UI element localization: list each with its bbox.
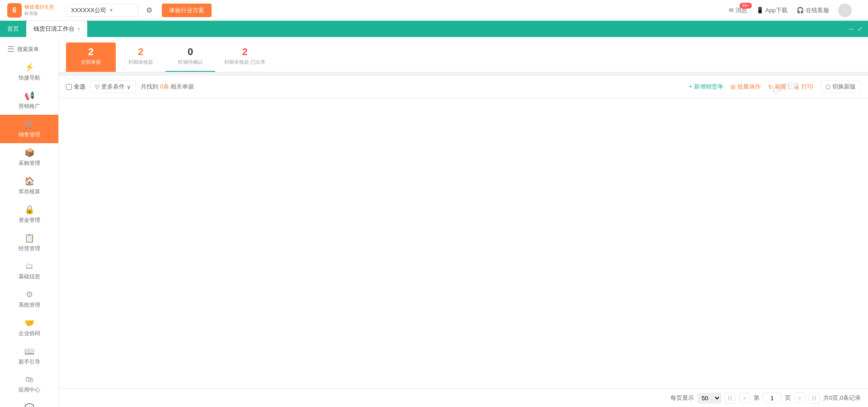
select-all-input[interactable]: [66, 84, 72, 90]
add-sales-order-button[interactable]: + 新增销货单: [689, 83, 723, 91]
sidebar-item-inventory[interactable]: 🏠 库存核算: [0, 172, 58, 200]
tab-close-icon[interactable]: ×: [77, 26, 80, 32]
logo-badge: 标准版: [24, 10, 54, 17]
prev-page-button[interactable]: ＜: [739, 393, 750, 403]
avatar[interactable]: [838, 4, 852, 17]
enterprise-icon: 🤝: [24, 318, 34, 328]
refresh-label: 刷新: [775, 83, 787, 91]
inventory-icon: 🏠: [24, 176, 34, 186]
system-label: 系统管理: [19, 301, 40, 309]
logo-area: 6 畅捷通好生意 标准版: [7, 3, 66, 18]
sidebar-item-sales[interactable]: 🛒 销售管理: [0, 115, 58, 143]
found-count: 0条: [160, 83, 169, 90]
stats-tabs: 2 全部单据 2 到期未收款 0 旺辅待确认 2 到期未收款 已出库: [59, 37, 868, 72]
sidebar-item-wechat[interactable]: 💬 企业微信: [0, 398, 58, 407]
app-download-button[interactable]: 📱 App下载: [756, 6, 788, 14]
trial-button[interactable]: 体验行业方案: [162, 4, 212, 17]
stat-number-wangfu: 0: [175, 46, 206, 58]
system-icon: ⚙: [26, 290, 33, 299]
batch-operation-button[interactable]: ⊞ 批量操作: [731, 83, 761, 91]
batch-label: 批量操作: [737, 83, 761, 91]
main-layout: ☰ 搜索菜单 ⚡ 快捷导航 📢 营销推广 🛒 销售管理 📦 采购管理 🏠 库存核…: [0, 37, 868, 407]
quick-nav-icon: ⚡: [24, 62, 34, 72]
minimize-icon[interactable]: ─: [849, 25, 854, 33]
sidebar-item-enterprise[interactable]: 🤝 企业协同: [0, 313, 58, 342]
sidebar: ☰ 搜索菜单 ⚡ 快捷导航 📢 营销推广 🛒 销售管理 📦 采购管理 🏠 库存核…: [0, 37, 59, 407]
content-area: 2 全部单据 2 到期未收款 0 旺辅待确认 2 到期未收款 已出库 全选: [59, 37, 868, 407]
chevron-down-icon: ▼: [109, 8, 113, 13]
page-size-select[interactable]: 50 100 200: [698, 393, 721, 403]
print-button[interactable]: 🖨 打印: [794, 83, 813, 91]
page-of-label: 页: [785, 394, 791, 402]
total-info: 共0页,0条记录: [823, 394, 861, 402]
sidebar-item-apps[interactable]: 🛍 应用中心: [0, 370, 58, 398]
filter-chevron-icon: ∨: [127, 84, 131, 90]
sidebar-item-purchase[interactable]: 📦 采购管理: [0, 143, 58, 172]
home-tab-label: 首页: [7, 25, 19, 33]
finance-icon: 🔒: [24, 205, 34, 215]
message-button[interactable]: ✉ 消息 99+: [729, 6, 747, 14]
stat-tab-wangfu[interactable]: 0 旺辅待确认: [165, 42, 215, 72]
refresh-icon: ↻: [768, 84, 773, 90]
page-label: 第: [754, 394, 760, 402]
found-suffix: 相关单据: [170, 83, 194, 90]
pagination-bar: 每页显示 50 100 200 ⟨⟨ ＜ 第 页 ＞ ⟩⟩ 共0页,0条记录: [59, 388, 868, 407]
tab-actions: ─ ⤢: [849, 25, 868, 33]
sidebar-item-operations[interactable]: 📋 经营管理: [0, 229, 58, 257]
app-download-icon: 📱: [756, 7, 764, 14]
sidebar-item-basics[interactable]: 🗂 基础信息: [0, 257, 58, 285]
top-header: 6 畅捷通好生意 标准版 XXXXXX公司 ▼ ⚙ 体验行业方案 ✉ 消息 99…: [0, 0, 868, 21]
sidebar-item-quick-nav[interactable]: ⚡ 快捷导航: [0, 58, 58, 86]
quick-nav-label: 快捷导航: [19, 74, 40, 82]
guide-icon: 📖: [24, 346, 34, 356]
toolbar-right: + 新增销货单 ⊞ 批量操作 ↻ 刷新 🖨 打印 ⬡ 切换新版: [689, 80, 861, 93]
operations-icon: 📋: [24, 233, 34, 243]
inventory-label: 库存核算: [19, 188, 40, 196]
stat-tab-overdue-shipped[interactable]: 2 到期未收款 已出库: [215, 42, 274, 72]
sidebar-item-system[interactable]: ⚙ 系统管理: [0, 285, 58, 313]
stat-number-all: 2: [75, 46, 107, 58]
company-selector[interactable]: XXXXXX公司 ▼: [66, 4, 138, 17]
active-tab-label: 钱货日清工作台: [33, 25, 75, 33]
stat-tab-overdue[interactable]: 2 到期未收款: [116, 42, 165, 72]
sidebar-item-finance[interactable]: 🔒 资金管理: [0, 200, 58, 229]
sidebar-item-marketing[interactable]: 📢 营销推广: [0, 86, 58, 115]
notification-badge: 99+: [740, 3, 752, 9]
found-text: 共找到 0条 相关单据: [141, 83, 194, 91]
print-label: 打印: [802, 83, 813, 91]
filter-label: 更多条件: [101, 83, 125, 91]
sidebar-item-search[interactable]: ☰ 搜索菜单: [0, 41, 58, 58]
tab-active[interactable]: 钱货日清工作台 ×: [26, 21, 87, 37]
batch-icon: ⊞: [731, 84, 736, 90]
purchase-label: 采购管理: [19, 159, 40, 167]
settings-icon: ⚙: [146, 6, 152, 14]
switch-version-button[interactable]: ⬡ 切换新版: [821, 80, 861, 93]
next-page-button[interactable]: ＞: [794, 393, 805, 403]
select-all-checkbox[interactable]: 全选: [66, 83, 85, 91]
tab-home[interactable]: 首页: [0, 21, 26, 37]
finance-label: 资金管理: [19, 216, 40, 224]
tab-bar: 首页 钱货日清工作台 × ─ ⤢: [0, 21, 868, 37]
marketing-label: 营销推广: [19, 103, 40, 110]
headset-icon: 🎧: [797, 7, 804, 14]
last-page-button[interactable]: ⟩⟩: [809, 393, 820, 403]
stat-number-overdue: 2: [125, 46, 156, 58]
apps-label: 应用中心: [19, 386, 40, 394]
stat-tab-all[interactable]: 2 全部单据: [66, 42, 116, 72]
page-input[interactable]: [763, 393, 781, 403]
select-all-label: 全选: [74, 83, 85, 91]
sidebar-item-guide[interactable]: 📖 新手引导: [0, 342, 58, 370]
basics-label: 基础信息: [19, 273, 40, 281]
filter-button[interactable]: ▽ 更多条件 ∨: [90, 80, 136, 93]
first-page-button[interactable]: ⟨⟨: [725, 393, 736, 403]
per-page-label: 每页显示: [670, 394, 694, 402]
company-name: XXXXXX公司: [71, 6, 106, 14]
sales-icon: 🛒: [24, 119, 34, 129]
maximize-icon[interactable]: ⤢: [857, 25, 863, 33]
operations-label: 经营管理: [19, 245, 40, 253]
refresh-button[interactable]: ↻ 刷新: [768, 83, 787, 91]
settings-icon-button[interactable]: ⚙: [142, 3, 156, 18]
switch-icon: ⬡: [826, 84, 830, 90]
stat-label-overdue: 到期未收款: [125, 59, 156, 65]
online-service-button[interactable]: 🎧 在线客服: [797, 6, 829, 14]
